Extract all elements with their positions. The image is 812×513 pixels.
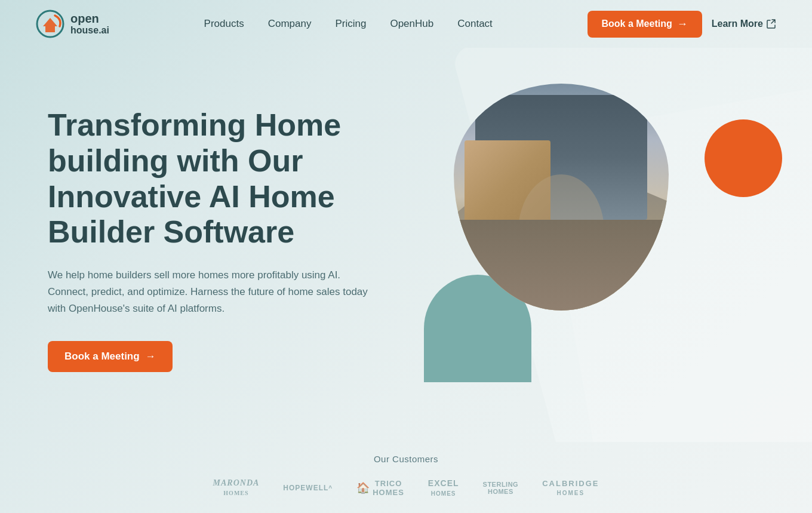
hero-photo-bg	[454, 84, 669, 311]
orange-circle-decoration	[705, 119, 782, 197]
nav-learn-more-button[interactable]: Learn More	[712, 19, 776, 29]
hero-visual	[442, 84, 764, 394]
logo[interactable]: open house.ai	[36, 10, 109, 38]
arrow-right-icon: →	[146, 351, 156, 363]
customer-logo-excel: EXCELHOMES	[428, 478, 459, 497]
hero-section: Transforming Home building with Our Inno…	[0, 48, 812, 442]
nav-item-products[interactable]: Products	[204, 18, 244, 30]
hero-subtitle: We help home builders sell more homes mo…	[48, 267, 370, 317]
logo-text: open house.ai	[70, 12, 109, 36]
customer-logo-maronda: MarondaHomes	[213, 478, 260, 497]
hero-image	[454, 84, 669, 311]
customer-logo-hopewell: Hopewell^	[283, 484, 333, 492]
customers-logos: MarondaHomes Hopewell^ 🏠 TricoHomes EXCE…	[48, 478, 764, 497]
nav-actions: Book a Meeting → Learn More	[588, 11, 776, 38]
customer-logo-trico: 🏠 TricoHomes	[356, 479, 404, 497]
customer-logo-sterling: STERLINGHOMES	[483, 481, 519, 495]
nav-book-meeting-button[interactable]: Book a Meeting →	[588, 11, 702, 38]
hero-content: Transforming Home building with Our Inno…	[48, 84, 442, 372]
customers-section: Our Customers MarondaHomes Hopewell^ 🏠 T…	[0, 442, 812, 513]
nav-links: Products Company Pricing OpenHub Contact	[204, 18, 493, 30]
hero-book-meeting-button[interactable]: Book a Meeting →	[48, 341, 173, 372]
nav-item-openhub[interactable]: OpenHub	[390, 18, 433, 30]
hero-title: Transforming Home building with Our Inno…	[48, 107, 442, 250]
nav-item-pricing[interactable]: Pricing	[335, 18, 366, 30]
arrow-right-icon: →	[677, 18, 688, 30]
logo-icon	[36, 10, 64, 38]
customer-logo-calbridge: CALBRIDGEHOMES	[542, 479, 599, 497]
external-link-icon	[767, 19, 776, 29]
customers-label: Our Customers	[48, 454, 764, 464]
nav-item-contact[interactable]: Contact	[457, 18, 493, 30]
navbar: open house.ai Products Company Pricing O…	[0, 0, 812, 48]
nav-item-company[interactable]: Company	[268, 18, 312, 30]
